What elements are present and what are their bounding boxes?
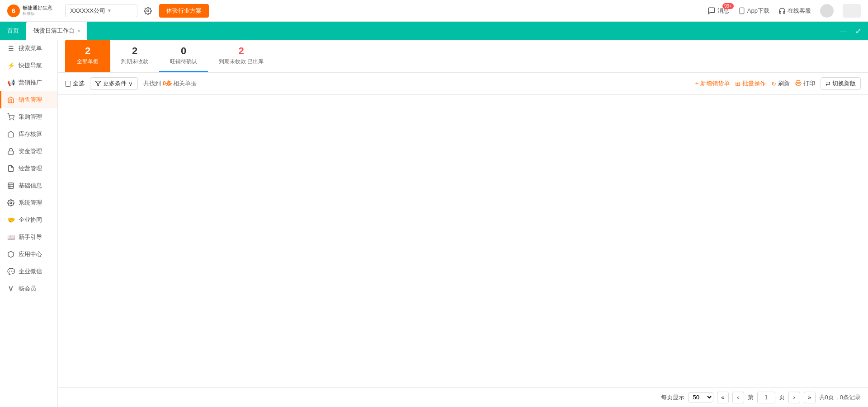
page-number-input[interactable] bbox=[757, 392, 775, 403]
messages-button[interactable]: 消息 99+ bbox=[708, 7, 729, 15]
select-all-label[interactable]: 全选 bbox=[65, 80, 85, 88]
top-header: 6 畅捷通好生意 标准版 XXXXXX公司 ▼ 体验行业方案 消息 99+ bbox=[0, 0, 868, 22]
sidebar-item-quick-nav[interactable]: ⚡ 快捷导航 bbox=[0, 57, 57, 74]
company-selector[interactable]: XXXXXX公司 ▼ bbox=[65, 5, 137, 17]
refresh-label: 刷新 bbox=[778, 80, 790, 88]
stat-label-pending: 旺铺待确认 bbox=[170, 58, 197, 65]
sidebar-item-operations[interactable]: 经营管理 bbox=[0, 160, 57, 177]
next-page-button[interactable]: › bbox=[788, 392, 800, 403]
filter-icon bbox=[95, 80, 101, 87]
messages-badge: 99+ bbox=[722, 3, 734, 9]
sidebar-item-system[interactable]: 系统管理 bbox=[0, 194, 57, 211]
toolbar-right: + 新增销货单 ⊞ 批量操作 ↻ 刷新 bbox=[695, 77, 861, 90]
settings-button[interactable] bbox=[141, 4, 155, 18]
add-sales-order-button[interactable]: + 新增销货单 bbox=[695, 80, 730, 88]
app-download-button[interactable]: App下载 bbox=[738, 7, 769, 15]
logo-icon: 6 bbox=[7, 5, 20, 17]
stat-tab-all[interactable]: 2 全部单据 bbox=[65, 40, 110, 72]
sidebar-label-app-center: 应用中心 bbox=[19, 250, 42, 258]
tab-cashflow[interactable]: 钱货日清工作台 × bbox=[26, 22, 87, 40]
tab-minimize-button[interactable]: — bbox=[838, 25, 849, 36]
online-service-label: 在线客服 bbox=[788, 7, 811, 15]
sidebar-item-marketing[interactable]: 📢 营销推广 bbox=[0, 74, 57, 91]
sidebar-label-purchase: 采购管理 bbox=[19, 113, 42, 121]
guide-icon: 📖 bbox=[7, 233, 15, 241]
app-center-icon bbox=[7, 250, 15, 258]
stat-tab-overdue-shipped[interactable]: 2 到期未收款 已出库 bbox=[208, 40, 274, 72]
select-all-checkbox[interactable] bbox=[65, 81, 71, 87]
sidebar-item-basic-info[interactable]: 基础信息 bbox=[0, 177, 57, 194]
sidebar-label-system: 系统管理 bbox=[19, 199, 42, 207]
svg-point-3 bbox=[9, 119, 10, 120]
company-name: XXXXXX公司 bbox=[70, 7, 105, 15]
batch-label: 批量操作 bbox=[742, 80, 766, 88]
sidebar-item-wechat[interactable]: 💬 企业微信 bbox=[0, 263, 57, 280]
wechat-icon: 💬 bbox=[7, 267, 15, 276]
print-button[interactable]: 打印 bbox=[795, 80, 815, 88]
sidebar-label-operations: 经营管理 bbox=[19, 164, 42, 173]
quick-nav-icon: ⚡ bbox=[7, 61, 15, 70]
batch-operation-button[interactable]: ⊞ 批量操作 bbox=[735, 80, 766, 88]
first-page-button[interactable]: « bbox=[717, 392, 729, 403]
svg-rect-12 bbox=[797, 84, 800, 86]
stat-label-overdue-shipped: 到期未收款 已出库 bbox=[219, 58, 264, 65]
avatar[interactable] bbox=[820, 4, 834, 18]
sidebar-item-inventory[interactable]: 库存核算 bbox=[0, 126, 57, 143]
sidebar-item-search-menu[interactable]: ☰ 搜索菜单 bbox=[0, 40, 57, 57]
sidebar-item-enterprise[interactable]: 🤝 企业协同 bbox=[0, 211, 57, 229]
sidebar-label-search-menu: 搜索菜单 bbox=[19, 44, 42, 52]
sidebar-label-finance: 资金管理 bbox=[19, 147, 42, 155]
refresh-icon: ↻ bbox=[771, 80, 776, 87]
refresh-button[interactable]: ↻ 刷新 bbox=[771, 80, 790, 88]
last-page-button[interactable]: » bbox=[804, 392, 816, 403]
sidebar-label-guide: 新手引导 bbox=[19, 233, 42, 241]
sidebar-item-sales[interactable]: 销售管理 bbox=[0, 91, 57, 108]
switch-label: 切换新版 bbox=[832, 80, 856, 88]
svg-rect-6 bbox=[8, 183, 14, 188]
header-right: 消息 99+ App下载 在线客服 bbox=[708, 4, 861, 18]
logo-version: 标准版 bbox=[23, 11, 52, 17]
per-page-label: 每页显示 bbox=[661, 393, 684, 402]
more-filters-button[interactable]: 更多条件 ∨ bbox=[90, 77, 138, 90]
tab-home[interactable]: 首页 bbox=[0, 22, 26, 40]
tab-maximize-button[interactable]: ⤢ bbox=[853, 25, 863, 36]
sidebar-label-marketing: 营销推广 bbox=[19, 79, 42, 87]
stat-count-overdue: 2 bbox=[132, 45, 137, 57]
sidebar-label-sales: 销售管理 bbox=[19, 96, 42, 104]
print-icon bbox=[795, 80, 802, 88]
user-menu-button[interactable] bbox=[843, 4, 861, 18]
sidebar-item-finance[interactable]: 资金管理 bbox=[0, 143, 57, 160]
batch-icon: ⊞ bbox=[735, 80, 741, 87]
sidebar-item-member[interactable]: V 畅会员 bbox=[0, 280, 57, 297]
stat-count-pending: 0 bbox=[181, 45, 186, 57]
sidebar-item-purchase[interactable]: 采购管理 bbox=[0, 108, 57, 126]
per-page-select[interactable]: 50 100 200 bbox=[688, 392, 713, 402]
online-service-button[interactable]: 在线客服 bbox=[778, 7, 811, 15]
toolbar: 全选 更多条件 ∨ 共找到 0条 相关单据 + 新增销货单 ⊞ bbox=[58, 73, 868, 95]
sidebar-item-guide[interactable]: 📖 新手引导 bbox=[0, 229, 57, 246]
company-arrow-icon: ▼ bbox=[107, 8, 112, 13]
switch-icon: ⇄ bbox=[826, 80, 830, 87]
stat-count-all: 2 bbox=[85, 45, 90, 57]
inventory-icon bbox=[7, 130, 15, 138]
table-area bbox=[58, 95, 868, 387]
logo-area: 6 畅捷通好生意 标准版 bbox=[7, 5, 65, 17]
stat-count-overdue-shipped: 2 bbox=[239, 45, 244, 57]
tab-close-icon[interactable]: × bbox=[77, 28, 80, 33]
svg-rect-1 bbox=[740, 8, 744, 14]
page-suffix: 页 bbox=[779, 393, 785, 402]
stat-tab-overdue[interactable]: 2 到期未收款 bbox=[110, 40, 159, 72]
basic-info-icon bbox=[7, 182, 15, 190]
stat-tab-pending[interactable]: 0 旺铺待确认 bbox=[159, 40, 208, 72]
filter-arrow-icon: ∨ bbox=[128, 80, 133, 87]
sidebar-item-app-center[interactable]: 应用中心 bbox=[0, 246, 57, 263]
switch-version-button[interactable]: ⇄ 切换新版 bbox=[821, 77, 861, 90]
main-content: 2 全部单据 2 到期未收款 0 旺铺待确认 2 到期未收款 已出库 全选 bbox=[58, 40, 868, 407]
svg-point-10 bbox=[10, 202, 12, 204]
total-records: 共0页，0条记录 bbox=[819, 393, 861, 402]
add-label: + 新增销货单 bbox=[695, 80, 730, 88]
prev-page-button[interactable]: ‹ bbox=[732, 392, 744, 403]
experience-button[interactable]: 体验行业方案 bbox=[159, 4, 209, 18]
sidebar-label-quick-nav: 快捷导航 bbox=[19, 61, 42, 70]
more-filters-label: 更多条件 bbox=[103, 80, 127, 88]
